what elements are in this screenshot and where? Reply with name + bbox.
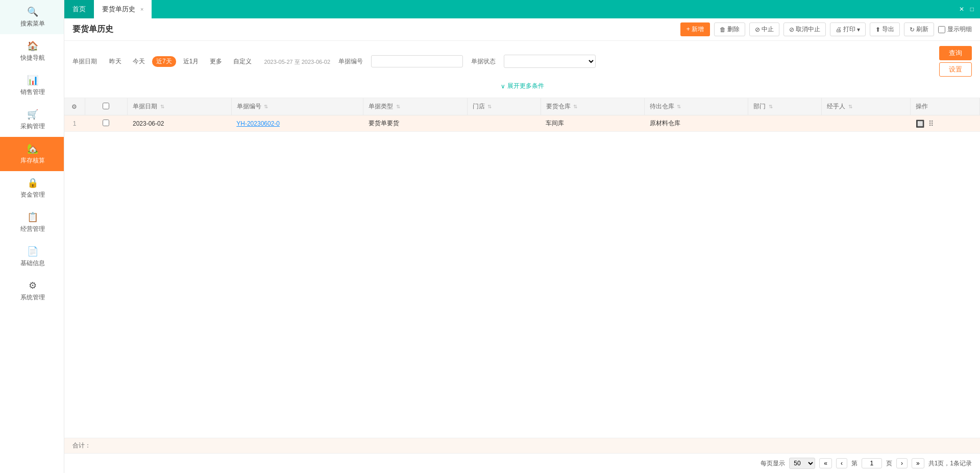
status-select[interactable] — [504, 55, 596, 68]
display-detail-label: 显示明细 — [947, 25, 972, 34]
sidebar-item-search[interactable]: 🔍 搜索菜单 — [0, 0, 64, 34]
delete-icon: 🗑 — [720, 26, 726, 33]
total-label: 合计： — [72, 442, 91, 449]
date-opt-yesterday[interactable]: 昨天 — [105, 56, 126, 67]
col-pending-warehouse[interactable]: 待出仓库 ⇅ — [645, 98, 748, 115]
table-footer: 合计： — [64, 438, 980, 453]
sidebar-item-operations[interactable]: 📋 经营管理 — [0, 205, 64, 240]
date-options: 昨天 今天 近7天 近1月 更多 自定义 — [105, 56, 256, 67]
content: 要货单历史 + 新增 🗑 删除 ⊘ 中止 ⊘ 取消中止 🖨 打印 — [64, 18, 980, 473]
refresh-label: 刷新 — [916, 25, 928, 34]
sidebar-item-finance[interactable]: 🔒 资金管理 — [0, 171, 64, 205]
window-restore-icon[interactable]: □ — [970, 6, 974, 13]
tab-requisition-history[interactable]: 要货单历史 × — [94, 0, 152, 18]
col-department[interactable]: 部门 ⇅ — [748, 98, 822, 115]
date-opt-1month[interactable]: 近1月 — [179, 56, 203, 67]
page-header: 要货单历史 + 新增 🗑 删除 ⊘ 中止 ⊘ 取消中止 🖨 打印 — [64, 18, 980, 41]
row-checkbox[interactable] — [103, 120, 109, 126]
sidebar-item-purchase[interactable]: 🛒 采购管理 — [0, 103, 64, 137]
purchase-icon: 🛒 — [27, 109, 38, 120]
col-store[interactable]: 门店 ⇅ — [467, 98, 541, 115]
query-button[interactable]: 查询 — [939, 46, 972, 60]
sidebar-item-quicknav[interactable]: 🏠 快捷导航 — [0, 34, 64, 68]
sidebar-item-sales-label: 销售管理 — [20, 88, 45, 97]
col-ops: 操作 — [911, 98, 980, 115]
row-view-btn[interactable]: 🔲 — [916, 120, 924, 128]
pagination: 每页显示 50 10 20 100 « ‹ 第 页 › » 共1页，1条记录 — [64, 453, 980, 473]
bill-no-input[interactable] — [371, 55, 463, 67]
row-store — [467, 115, 541, 132]
export-button[interactable]: ⬆ 导出 — [870, 22, 900, 36]
date-opt-7days[interactable]: 近7天 — [152, 56, 176, 67]
table-row: 1 2023-06-02 YH-20230602-0 要货单要货 车间库 原材料… — [64, 115, 980, 132]
main-area: 要货单历史 首页 要货单历史 × ✕ □ 要货单历史 + 新增 🗑 删除 ⊘ — [64, 0, 980, 473]
first-page-button[interactable]: « — [819, 458, 832, 468]
sidebar-item-purchase-label: 采购管理 — [20, 122, 45, 131]
col-bill-date[interactable]: 单据日期 ⇅ — [128, 98, 231, 115]
page-number-input[interactable] — [862, 458, 882, 468]
sidebar-item-basicinfo[interactable]: 📄 基础信息 — [0, 240, 64, 274]
sidebar-item-quicknav-label: 快捷导航 — [20, 54, 45, 62]
row-ops: 🔲 ⠿ — [911, 115, 980, 132]
date-filter-label: 单据日期 — [72, 57, 97, 66]
filter-actions: 查询 设置 — [939, 46, 972, 77]
col-bill-no[interactable]: 单据编号 ⇅ — [231, 98, 363, 115]
status-label: 单据状态 — [471, 57, 496, 66]
next-page-button[interactable]: › — [896, 458, 908, 468]
cancel-stop-button[interactable]: ⊘ 取消中止 — [783, 22, 826, 36]
data-table: ⚙ 单据日期 ⇅ 单据编号 ⇅ 单据类型 ⇅ 门店 ⇅ 要货仓库 ⇅ 待出仓库 … — [64, 98, 980, 132]
inventory-icon: 🏡 — [27, 143, 38, 154]
tab-close-icon[interactable]: × — [140, 6, 143, 12]
export-icon: ⬆ — [875, 26, 880, 33]
select-all-checkbox[interactable] — [103, 103, 109, 109]
row-bill-no[interactable]: YH-20230602-0 — [231, 115, 363, 132]
expand-more-button[interactable]: ∨ 展开更多条件 — [72, 80, 972, 92]
date-opt-more[interactable]: 更多 — [206, 56, 226, 67]
stop-label: 中止 — [762, 25, 774, 34]
col-req-warehouse[interactable]: 要货仓库 ⇅ — [541, 98, 644, 115]
col-handler[interactable]: 经手人 ⇅ — [822, 98, 911, 115]
date-opt-today[interactable]: 今天 — [129, 56, 149, 67]
row-bill-date: 2023-06-02 — [128, 115, 231, 132]
delete-label: 删除 — [727, 25, 740, 34]
tab-requisition-label: 要货单历史 — [102, 5, 135, 14]
top-nav-right: ✕ □ — [959, 6, 980, 13]
row-num: 1 — [64, 115, 85, 132]
sidebar-item-sales[interactable]: 📊 销售管理 — [0, 68, 64, 103]
system-icon: ⚙ — [29, 280, 37, 291]
last-page-button[interactable]: » — [912, 458, 924, 468]
date-range-display: 2023-05-27 至 2023-06-02 — [264, 58, 330, 66]
page-title: 要货单历史 — [72, 24, 113, 35]
table-header-row: ⚙ 单据日期 ⇅ 单据编号 ⇅ 单据类型 ⇅ 门店 ⇅ 要货仓库 ⇅ 待出仓库 … — [64, 98, 980, 115]
stop-button[interactable]: ⊘ 中止 — [749, 22, 779, 36]
display-detail-toggle[interactable]: 显示明细 — [938, 25, 972, 34]
col-settings[interactable]: ⚙ — [64, 98, 85, 115]
table-container: ⚙ 单据日期 ⇅ 单据编号 ⇅ 单据类型 ⇅ 门店 ⇅ 要货仓库 ⇅ 待出仓库 … — [64, 98, 980, 438]
expand-label: 展开更多条件 — [507, 82, 544, 90]
finance-icon: 🔒 — [27, 177, 38, 188]
prev-page-button[interactable]: ‹ — [836, 458, 847, 468]
delete-button[interactable]: 🗑 删除 — [714, 22, 745, 36]
setting-button[interactable]: 设置 — [939, 62, 972, 77]
refresh-button[interactable]: ↻ 刷新 — [904, 22, 934, 36]
row-more-btn[interactable]: ⠿ — [928, 120, 934, 128]
sidebar-item-system[interactable]: ⚙ 系统管理 — [0, 274, 64, 308]
print-button[interactable]: 🖨 打印 ▾ — [830, 22, 866, 36]
new-button[interactable]: + 新增 — [680, 22, 710, 36]
sidebar-item-inventory[interactable]: 🏡 库存核算 — [0, 137, 64, 171]
col-bill-type[interactable]: 单据类型 ⇅ — [363, 98, 467, 115]
refresh-icon: ↻ — [910, 26, 915, 33]
print-dropdown-icon: ▾ — [857, 26, 860, 33]
col-checkbox — [85, 98, 128, 115]
sidebar-item-inventory-label: 库存核算 — [20, 156, 45, 165]
date-opt-custom[interactable]: 自定义 — [229, 56, 256, 67]
top-nav: 要货单历史 首页 要货单历史 × ✕ □ — [64, 0, 980, 18]
per-page-label: 每页显示 — [761, 459, 785, 468]
per-page-select[interactable]: 50 10 20 100 — [789, 458, 815, 469]
chevron-down-icon: ∨ — [501, 83, 505, 90]
table-body: 1 2023-06-02 YH-20230602-0 要货单要货 车间库 原材料… — [64, 115, 980, 132]
print-icon: 🖨 — [836, 26, 842, 33]
tab-home[interactable]: 要货单历史 首页 — [64, 0, 94, 18]
window-close-icon[interactable]: ✕ — [959, 6, 964, 13]
display-detail-checkbox[interactable] — [938, 26, 945, 33]
